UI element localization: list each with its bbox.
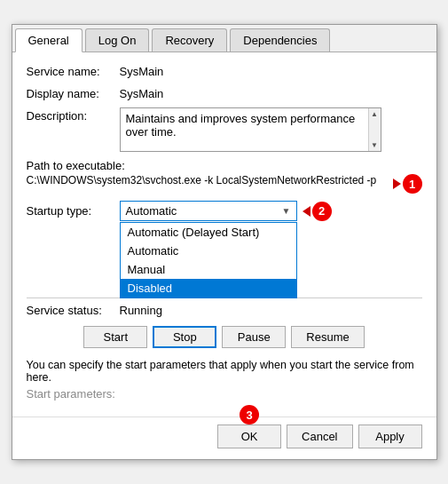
description-scrollbar[interactable]: ▲ ▼ — [368, 108, 381, 151]
resume-button[interactable]: Resume — [291, 326, 364, 348]
arrow-to-badge-1 — [393, 179, 401, 189]
start-button[interactable]: Start — [83, 326, 147, 348]
dropdown-item-disabled[interactable]: Disabled — [121, 279, 296, 298]
service-action-buttons: Start Stop Pause Resume — [27, 326, 422, 348]
service-name-row: Service name: SysMain — [27, 63, 422, 78]
service-name-label: Service name: — [27, 63, 120, 78]
dropdown-item-auto[interactable]: Automatic — [121, 242, 296, 260]
cancel-button[interactable]: Cancel — [287, 424, 352, 448]
path-label: Path to executable: — [27, 159, 422, 172]
badge-1: 1 — [403, 174, 422, 194]
apply-button[interactable]: Apply — [358, 424, 422, 448]
startup-type-row: Startup type: Automatic ▼ 2 — [27, 201, 422, 221]
tab-bar: General Log On Recovery Dependencies — [12, 25, 436, 52]
path-section: Path to executable: C:\WINDOWS\system32\… — [27, 159, 422, 194]
select-arrow-icon: ▼ — [282, 206, 291, 216]
badge-2: 2 — [312, 202, 332, 221]
service-status-row: Service status: Running — [27, 304, 422, 317]
ok-button[interactable]: OK — [217, 424, 281, 448]
dropdown-item-auto-delayed[interactable]: Automatic (Delayed Start) — [121, 223, 296, 242]
service-status-label: Service status: — [27, 304, 120, 317]
path-row-wrapper: C:\WINDOWS\system32\svchost.exe -k Local… — [27, 174, 422, 194]
service-status-value: Running — [120, 304, 162, 317]
dialog-footer: 3 OK Cancel Apply — [12, 417, 436, 459]
startup-type-label: Startup type: — [27, 204, 120, 218]
startup-type-select[interactable]: Automatic ▼ — [120, 201, 297, 221]
stop-button[interactable]: Stop — [153, 326, 216, 348]
service-properties-dialog: General Log On Recovery Dependencies Ser… — [12, 24, 437, 460]
display-name-label: Display name: — [27, 85, 120, 100]
start-params-section: Start parameters: — [27, 387, 422, 401]
dropdown-item-manual[interactable]: Manual — [121, 260, 296, 279]
pause-button[interactable]: Pause — [222, 326, 286, 348]
service-name-value: SysMain — [120, 63, 164, 78]
startup-type-selected: Automatic — [126, 204, 177, 218]
note-text: You can specify the start parameters tha… — [27, 359, 422, 384]
tab-dependencies[interactable]: Dependencies — [230, 28, 330, 52]
description-text: Maintains and improves system performanc… — [126, 112, 356, 139]
dialog-content: Service name: SysMain Display name: SysM… — [12, 52, 436, 417]
description-label: Description: — [27, 107, 120, 123]
badge-1-area: 1 — [393, 174, 422, 194]
start-params-label: Start parameters: — [27, 387, 422, 401]
path-value: C:\WINDOWS\system32\svchost.exe -k Local… — [27, 174, 389, 186]
tab-logon[interactable]: Log On — [85, 28, 150, 52]
badge-2-area: 2 — [303, 202, 332, 221]
scroll-down-arrow[interactable]: ▼ — [371, 139, 378, 151]
display-name-value: SysMain — [120, 85, 164, 100]
display-name-row: Display name: SysMain — [27, 85, 422, 100]
tab-recovery[interactable]: Recovery — [152, 28, 227, 52]
description-row: Description: Maintains and improves syst… — [27, 107, 422, 152]
scroll-up-arrow[interactable]: ▲ — [371, 108, 378, 120]
badge-3: 3 — [240, 405, 259, 424]
description-box[interactable]: Maintains and improves system performanc… — [120, 107, 381, 152]
description-box-wrapper: Maintains and improves system performanc… — [120, 107, 381, 152]
startup-type-dropdown: Automatic (Delayed Start) Automatic Manu… — [120, 222, 297, 298]
tab-general[interactable]: General — [15, 28, 83, 52]
ok-btn-wrapper: 3 OK — [217, 424, 281, 448]
arrow-to-badge-2 — [303, 206, 310, 217]
